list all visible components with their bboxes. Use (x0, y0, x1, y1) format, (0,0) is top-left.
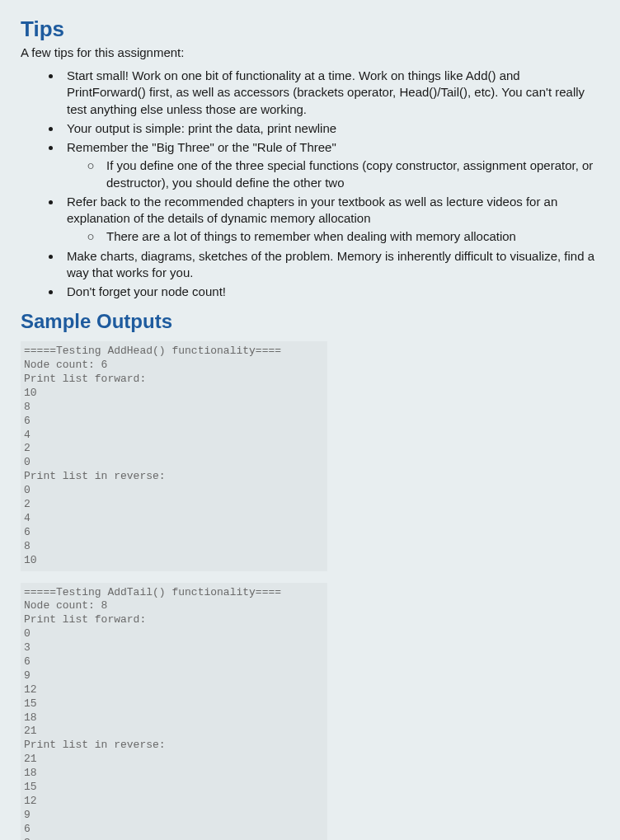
tips-heading: Tips (21, 16, 599, 42)
list-item: There are a lot of things to remember wh… (105, 228, 599, 245)
sample-outputs-heading: Sample Outputs (21, 310, 599, 333)
tip-text: Make charts, diagrams, sketches of the p… (67, 249, 594, 279)
sub-list: There are a lot of things to remember wh… (67, 228, 599, 245)
output-block-addtail: =====Testing AddTail() functionality====… (21, 583, 327, 841)
list-item: Start small! Work on one bit of function… (62, 68, 599, 118)
list-item: Refer back to the recommended chapters i… (62, 194, 599, 246)
tip-text: Remember the "Big Three" or the "Rule of… (67, 140, 336, 154)
output-block-addhead: =====Testing AddHead() functionality====… (21, 341, 327, 570)
tips-list: Start small! Work on one bit of function… (21, 68, 599, 300)
list-item: Your output is simple: print the data, p… (62, 120, 599, 137)
list-item: If you define one of the three special f… (105, 157, 599, 191)
sub-tip-text: There are a lot of things to remember wh… (106, 229, 516, 243)
list-item: Remember the "Big Three" or the "Rule of… (62, 139, 599, 191)
tip-text: Don't forget your node count! (67, 284, 226, 298)
sub-tip-text: If you define one of the three special f… (106, 158, 593, 189)
list-item: Make charts, diagrams, sketches of the p… (62, 248, 599, 282)
sub-list: If you define one of the three special f… (67, 157, 599, 191)
list-item: Don't forget your node count! (62, 284, 599, 300)
tip-text: Refer back to the recommended chapters i… (67, 195, 557, 225)
tips-intro: A few tips for this assignment: (21, 45, 599, 59)
tip-text: Start small! Work on one bit of function… (67, 68, 585, 116)
tip-text: Your output is simple: print the data, p… (67, 121, 336, 135)
